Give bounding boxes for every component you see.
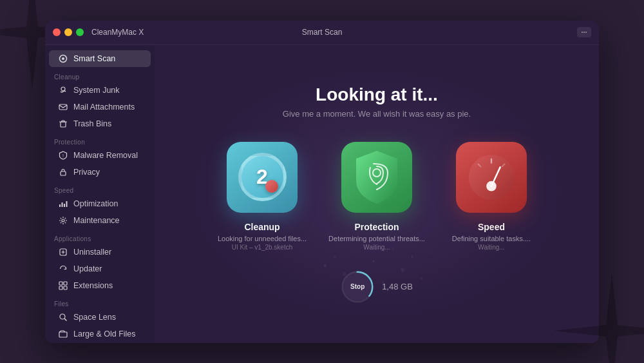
card-speed-status: Defining suitable tasks.... [452,235,531,242]
sidebar-section-files: Files [45,294,155,309]
uninstaller-icon [58,247,68,257]
sidebar: Smart Scan Cleanup System Junk [45,45,155,343]
progress-size: 1,48 GB [382,282,413,291]
sidebar-item-optimization[interactable]: Optimization [49,195,151,212]
updater-icon [58,264,68,274]
sidebar-section-cleanup: Cleanup [45,67,155,82]
window-title: Smart Scan [302,28,343,37]
svg-rect-18 [59,286,62,289]
svg-rect-17 [64,282,67,285]
svg-point-38 [431,251,432,253]
svg-point-20 [60,314,65,319]
svg-rect-19 [64,286,67,289]
minimize-button[interactable] [64,28,72,36]
sidebar-section-protection: Protection [45,132,155,147]
files-icon [58,329,68,339]
mail-icon [58,102,68,112]
sidebar-label-trash-bins: Trash Bins [73,119,111,128]
svg-rect-16 [59,282,62,285]
card-protection-title: Protection [354,222,399,232]
svg-rect-7 [61,122,66,127]
main-heading: Looking at it... [316,84,438,105]
sidebar-label-extensions: Extensions [73,281,113,290]
svg-rect-9 [61,172,66,175]
sidebar-item-privacy[interactable]: Privacy [49,164,151,181]
sidebar-label-system-junk: System Junk [73,86,120,95]
card-cleanup-substatus: UI Kit – v1_2b.sketch [232,244,293,251]
extensions-icon [58,280,68,291]
card-protection-status: Determining potential threats... [328,235,425,242]
speed-icon [456,142,527,213]
cleanup-icon: 2 [227,142,298,213]
stop-button-label: Stop [350,283,365,290]
sidebar-item-uninstaller[interactable]: Uninstaller [49,244,151,260]
sidebar-label-smart-scan: Smart Scan [73,54,115,63]
scan-icon [58,54,68,64]
cards-row: 2 Cleanup Looking for unneeded files... … [214,142,540,251]
svg-rect-13 [66,201,68,207]
privacy-icon [58,167,68,177]
svg-point-28 [334,255,336,258]
svg-point-36 [412,255,413,258]
card-speed-title: Speed [478,222,505,232]
sidebar-item-system-junk[interactable]: System Junk [49,82,151,99]
sidebar-item-smart-scan[interactable]: Smart Scan [49,50,151,67]
sidebar-label-mail-attachments: Mail Attachments [73,103,135,112]
card-cleanup-status: Looking for unneeded files... [218,235,307,242]
maintenance-icon [58,215,68,226]
sidebar-label-maintenance: Maintenance [73,216,120,225]
titlebar-menu-button[interactable] [577,27,591,37]
sidebar-label-large-old-files: Large & Old Files [73,329,136,338]
sidebar-label-uninstaller: Uninstaller [73,248,111,257]
malware-icon: ! [58,150,68,161]
svg-point-1 [583,32,585,33]
svg-rect-12 [64,204,65,207]
close-button[interactable] [53,28,61,36]
protection-icon [341,142,412,213]
sidebar-item-large-old-files[interactable]: Large & Old Files [49,326,151,342]
sidebar-section-speed: Speed [45,181,155,195]
optimization-icon [58,199,68,209]
svg-point-26 [486,181,497,191]
main-content: Looking at it... Give me a moment. We al… [155,45,599,343]
sidebar-item-maintenance[interactable]: Maintenance [49,212,151,229]
sidebar-label-space-lens: Space Lens [73,313,116,322]
sidebar-item-extensions[interactable]: Extensions [49,277,151,294]
window-body: Smart Scan Cleanup System Junk [45,45,599,343]
sidebar-label-malware-removal: Malware Removal [73,151,138,160]
svg-rect-10 [59,204,61,207]
svg-point-2 [585,32,587,33]
svg-text:!: ! [62,153,64,158]
main-subheading: Give me a moment. We all wish it was eas… [283,109,471,119]
junk-icon [58,85,68,95]
card-protection-substatus: Waiting... [363,244,390,251]
sidebar-label-updater: Updater [73,264,102,273]
maximize-button[interactable] [76,28,84,36]
sidebar-item-space-lens[interactable]: Space Lens [49,309,151,326]
trash-icon [58,119,68,129]
svg-rect-11 [62,202,63,207]
main-window: CleanMyMac X Smart Scan [45,21,599,343]
svg-point-30 [354,251,355,253]
stop-button[interactable]: Stop [343,273,372,301]
sidebar-item-shredder[interactable]: Shredder [49,342,151,343]
svg-point-27 [324,264,327,267]
svg-point-14 [62,219,64,222]
sidebar-section-applications: Applications [45,229,155,244]
sidebar-item-malware-removal[interactable]: ! Malware Removal [49,147,151,164]
sidebar-item-mail-attachments[interactable]: Mail Attachments [49,99,151,115]
space-lens-icon [58,312,68,322]
svg-point-32 [373,260,375,262]
svg-rect-21 [59,332,67,337]
sidebar-label-privacy: Privacy [73,168,100,177]
titlebar: CleanMyMac X Smart Scan [45,21,599,45]
sidebar-item-trash-bins[interactable]: Trash Bins [49,115,151,132]
progress-area: Stop 1,48 GB [341,270,413,304]
sidebar-item-updater[interactable]: Updater [49,260,151,277]
card-speed-substatus: Waiting... [478,244,504,251]
app-title: CleanMyMac X [91,28,144,37]
svg-point-37 [421,277,423,280]
stop-button-wrapper: Stop [341,270,374,304]
svg-rect-6 [59,104,67,110]
svg-point-5 [61,87,65,91]
